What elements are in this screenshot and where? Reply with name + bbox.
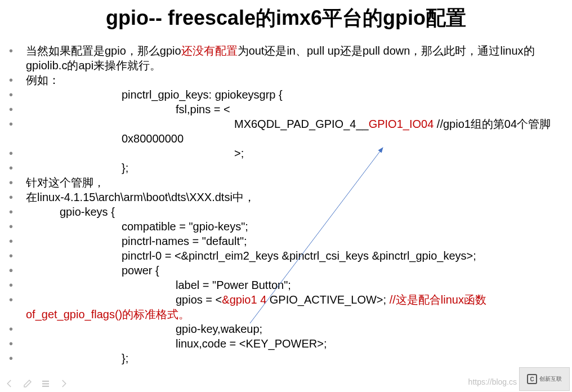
- bullet-item: •label = "Power Button";: [9, 278, 566, 292]
- plain-text: };: [122, 352, 128, 364]
- bullet-marker: •: [9, 278, 13, 292]
- plain-text: >;: [234, 147, 244, 159]
- bullet-marker: •: [9, 219, 13, 234]
- bullet-item: •当然如果配置是gpio，那么gpio还没有配置为out还是in、pull up…: [9, 43, 566, 73]
- plain-text: gpio-key,wakeup;: [176, 323, 262, 335]
- bullet-marker: •: [9, 336, 13, 351]
- plain-text: compatible = "gpio-keys";: [122, 220, 248, 233]
- bullet-text: compatible = "gpio-keys";: [9, 219, 566, 234]
- highlight-text: &gpio1 4: [222, 293, 270, 306]
- bullet-item: •针对这个管脚，: [9, 175, 566, 190]
- bullet-item: •gpio-key,wakeup;: [9, 322, 566, 336]
- plain-text: gpio-keys {: [60, 206, 115, 218]
- slide-nav-bar: [5, 378, 69, 389]
- bullet-text: 当然如果配置是gpio，那么gpio还没有配置为out还是in、pull up还…: [9, 43, 566, 73]
- bullet-text: >;: [9, 146, 566, 161]
- plain-text: 在linux-4.1.15\arch\arm\boot\dts\XXX.dtsi…: [26, 191, 255, 203]
- bullet-text: fsl,pins = <: [9, 102, 566, 117]
- bullet-text: gpio-key,wakeup;: [9, 322, 566, 336]
- plain-text: pinctrl_gpio_keys: gpiokeysgrp {: [122, 88, 283, 101]
- bullet-marker: •: [9, 351, 13, 366]
- bullet-text: 在linux-4.1.15\arch\arm\boot\dts\XXX.dtsi…: [9, 190, 566, 204]
- bullet-item: •gpios = <&gpio1 4 GPIO_ACTIVE_LOW>; //这…: [9, 292, 566, 322]
- bullet-item: •pinctrl-names = "default";: [9, 234, 566, 248]
- logo-text: 创新互联: [539, 375, 562, 383]
- bullet-item: •};: [9, 161, 566, 175]
- logo-icon: C: [527, 374, 537, 384]
- bullet-item: •power {: [9, 263, 566, 278]
- bullet-text: 例如：: [9, 73, 566, 87]
- bullet-marker: •: [9, 248, 13, 263]
- bullet-marker: •: [9, 87, 13, 102]
- bullet-text: gpios = <&gpio1 4 GPIO_ACTIVE_LOW>; //这是…: [9, 292, 566, 322]
- bullet-text: };: [9, 161, 566, 175]
- bullet-marker: •: [9, 263, 13, 278]
- bullet-marker: •: [9, 73, 13, 87]
- bullet-item: •};: [9, 351, 566, 366]
- svg-rect-4: [42, 386, 49, 387]
- plain-text: linux,code = <KEY_POWER>;: [176, 337, 327, 350]
- bullet-text: power {: [9, 263, 566, 278]
- highlight-text: GPIO1_IO04: [369, 118, 434, 130]
- bullet-text: gpio-keys {: [9, 204, 566, 219]
- bullet-text: pinctrl-0 = <&pinctrl_eim2_keys &pinctrl…: [9, 248, 566, 263]
- bullet-item: •>;: [9, 146, 566, 161]
- plain-text: 针对这个管脚，: [26, 176, 105, 189]
- bullet-marker: •: [9, 102, 13, 117]
- bullet-marker: •: [9, 117, 13, 131]
- plain-text: power {: [122, 264, 159, 277]
- bullet-text: linux,code = <KEY_POWER>;: [9, 336, 566, 351]
- bullet-marker: •: [9, 204, 13, 219]
- bullet-marker: •: [9, 292, 13, 307]
- svg-rect-3: [42, 383, 49, 384]
- plain-text: pinctrl-names = "default";: [122, 235, 247, 247]
- plain-text: };: [122, 162, 128, 174]
- bullet-marker: •: [9, 146, 13, 161]
- watermark-url: https://blog.cs: [468, 377, 517, 386]
- plain-text: GPIO_ACTIVE_LOW>;: [270, 293, 390, 306]
- bullet-item: •例如：: [9, 73, 566, 87]
- svg-rect-2: [42, 381, 49, 382]
- plain-text: label = "Power Button";: [176, 279, 291, 291]
- bullet-text: };: [9, 351, 566, 366]
- bullet-item: •fsl,pins = <: [9, 102, 566, 117]
- bullet-item: •gpio-keys {: [9, 204, 566, 219]
- bullet-text: label = "Power Button";: [9, 278, 566, 292]
- bullet-item: •pinctrl_gpio_keys: gpiokeysgrp {: [9, 87, 566, 102]
- plain-text: fsl,pins = <: [176, 103, 230, 115]
- plain-text: 当然如果配置是gpio，那么gpio: [26, 44, 181, 57]
- bullet-item: •MX6QDL_PAD_GPIO_4__GPIO1_IO04 //gpio1组的…: [9, 117, 566, 146]
- bullet-text: 针对这个管脚，: [9, 175, 566, 190]
- bullet-marker: •: [9, 322, 13, 336]
- plain-text: MX6QDL_PAD_GPIO_4__: [234, 118, 369, 130]
- bullet-item: •linux,code = <KEY_POWER>;: [9, 336, 566, 351]
- bullet-marker: •: [9, 175, 13, 190]
- bullet-marker: •: [9, 161, 13, 175]
- bullet-text: pinctrl_gpio_keys: gpiokeysgrp {: [9, 87, 566, 102]
- bullet-item: •pinctrl-0 = <&pinctrl_eim2_keys &pinctr…: [9, 248, 566, 263]
- prev-slide-button[interactable]: [5, 378, 15, 389]
- bullet-marker: •: [9, 190, 13, 204]
- site-logo: C 创新互联: [519, 367, 570, 391]
- bullet-item: •在linux-4.1.15\arch\arm\boot\dts\XXX.dts…: [9, 190, 566, 204]
- plain-text: 例如：: [26, 74, 60, 86]
- slide-title: gpio-- freescale的imx6平台的gpio配置: [0, 0, 572, 43]
- slide-list-button[interactable]: [41, 378, 51, 389]
- bullet-item: •compatible = "gpio-keys";: [9, 219, 566, 234]
- plain-text: gpios = <: [176, 293, 222, 306]
- edit-slide-button[interactable]: [23, 378, 33, 389]
- slide-body: •当然如果配置是gpio，那么gpio还没有配置为out还是in、pull up…: [0, 43, 572, 366]
- next-slide-button[interactable]: [59, 378, 69, 389]
- bullet-text: pinctrl-names = "default";: [9, 234, 566, 248]
- plain-text: pinctrl-0 = <&pinctrl_eim2_keys &pinctrl…: [122, 250, 476, 262]
- highlight-text: 还没有配置: [181, 44, 238, 57]
- bullet-text: MX6QDL_PAD_GPIO_4__GPIO1_IO04 //gpio1组的第…: [9, 117, 566, 146]
- bullet-marker: •: [9, 43, 13, 58]
- bullet-marker: •: [9, 234, 13, 248]
